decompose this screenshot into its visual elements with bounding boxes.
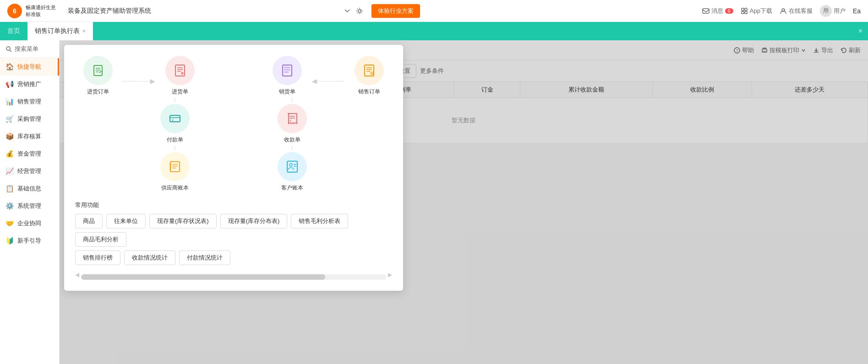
online-service-label: 在线客服: [789, 7, 813, 15]
receipt-circle: ¥: [278, 104, 307, 133]
sidebar-item-basic-info[interactable]: 📋 基础信息: [0, 180, 59, 197]
sales-order-label: 销售订单: [358, 88, 380, 96]
svg-point-7: [6, 47, 10, 50]
sidebar-item-finance-label: 资金管理: [17, 150, 41, 158]
flow-node-purchase[interactable]: 进货单: [157, 56, 203, 96]
sidebar: 搜索菜单 🏠 快捷导航 📢 营销推广 📊 销售管理 🛒 采购管理 📦 库存核算 …: [0, 40, 60, 364]
purchase-icon: 🛒: [5, 115, 14, 123]
svg-rect-41: [287, 161, 297, 172]
svg-rect-24: [284, 71, 289, 73]
tab-sales-order[interactable]: 销售订单执行表 ×: [27, 22, 93, 40]
supplier-ledger-icon: [168, 160, 182, 174]
payment-circle: ¥: [160, 104, 190, 133]
svg-point-42: [289, 163, 292, 166]
sidebar-item-marketing[interactable]: 📢 营销推广: [0, 76, 59, 93]
svg-rect-1: [703, 9, 709, 13]
func-btns-row1: 商品 往来单位 现存量(库存状况表) 现存量(库存分布表) 销售毛利分析表 商品…: [75, 214, 392, 247]
flow-node-sales-order[interactable]: 销售订单: [346, 56, 392, 96]
settings-button[interactable]: [353, 5, 366, 17]
svg-rect-13: [94, 65, 102, 76]
inventory-icon: 📦: [5, 132, 14, 141]
common-functions: 常用功能 商品 往来单位 现存量(库存状况表) 现存量(库存分布表) 销售毛利分…: [75, 201, 392, 265]
logo-icon: 6: [7, 4, 22, 18]
sidebar-item-system-label: 系统管理: [17, 202, 41, 210]
sales-circle: [273, 56, 302, 85]
overlay[interactable]: 进货订单 ▶: [60, 40, 868, 364]
sidebar-item-guide[interactable]: 🔰 新手引导: [0, 232, 59, 250]
system-name: 装备及固定资产辅助管理系统: [68, 7, 338, 15]
svg-rect-4: [742, 11, 744, 14]
sidebar-item-operations-label: 经营管理: [17, 167, 41, 175]
func-btn-stock-status[interactable]: 现存量(库存状况表): [149, 214, 217, 228]
flow-node-sales[interactable]: 销货单: [264, 56, 310, 96]
user-button[interactable]: 用 用户: [820, 5, 846, 17]
flow-diagram: 进货订单 ▶: [75, 56, 392, 192]
func-btn-sales-rank[interactable]: 销售排行榜: [75, 250, 120, 265]
sidebar-item-quick-nav-label: 快捷导航: [17, 63, 41, 71]
func-btn-payment-stats[interactable]: 付款情况统计: [179, 250, 230, 265]
supplier-ledger-circle: [160, 152, 190, 181]
system-icon: ⚙️: [5, 202, 14, 210]
sidebar-item-finance[interactable]: 💰 资金管理: [0, 145, 59, 163]
enterprise-icon: 🤝: [5, 219, 14, 228]
func-btn-sales-profit[interactable]: 销售毛利分析表: [291, 214, 348, 228]
sidebar-item-operations[interactable]: 📈 经营管理: [0, 163, 59, 180]
svg-rect-37: [169, 163, 171, 171]
flow-row-2: ¥ 付款单: [75, 104, 392, 144]
customer-ledger-label: 客户账本: [281, 184, 303, 192]
svg-rect-23: [284, 69, 290, 71]
sidebar-item-inventory[interactable]: 📦 库存核算: [0, 128, 59, 145]
extra-label: Ea: [853, 7, 861, 15]
purchase-order-circle: [83, 56, 113, 85]
experience-button[interactable]: 体验行业方案: [371, 4, 420, 18]
avatar: 用: [820, 5, 832, 17]
search-menu-button[interactable]: 搜索菜单: [0, 40, 59, 58]
scroll-left-icon[interactable]: ◀: [75, 272, 79, 278]
sidebar-item-system[interactable]: ⚙️ 系统管理: [0, 197, 59, 215]
flow-node-customer-ledger[interactable]: 客户账本: [269, 152, 315, 192]
tab-sales-order-label: 销售订单执行表: [35, 27, 80, 35]
popup-scrollbar[interactable]: [81, 274, 386, 280]
func-btn-stock-dist[interactable]: 现存量(库存分布表): [220, 214, 288, 228]
logo-text: 畅康通好生意 标准版: [26, 4, 56, 17]
payment-icon: ¥: [168, 112, 182, 125]
sidebar-item-purchase-label: 采购管理: [17, 115, 41, 123]
func-btn-product-profit[interactable]: 商品毛利分析: [75, 232, 126, 247]
func-btn-receipt-stats[interactable]: 收款情况统计: [124, 250, 175, 265]
sidebar-item-marketing-label: 营销推广: [17, 80, 41, 88]
dropdown-icon[interactable]: [344, 8, 350, 14]
flow-node-purchase-order[interactable]: 进货订单: [75, 56, 121, 96]
search-menu-label: 搜索菜单: [15, 45, 38, 53]
operations-icon: 📈: [5, 167, 14, 175]
close-all-tabs-button[interactable]: ×: [858, 27, 863, 35]
online-service-button[interactable]: 在线客服: [780, 7, 813, 15]
sidebar-item-quick-nav[interactable]: 🏠 快捷导航: [0, 58, 59, 76]
popup-scrollbar-area: ◀ ▶: [75, 270, 392, 280]
flow-node-payment[interactable]: ¥ 付款单: [152, 104, 198, 144]
flow-node-receipt[interactable]: ¥ 收款单: [269, 104, 315, 144]
tab-home[interactable]: 首页: [0, 22, 27, 40]
tab-close-icon[interactable]: ×: [82, 28, 86, 34]
flow-node-supplier-ledger[interactable]: 供应商账本: [152, 152, 198, 192]
main-layout: 搜索菜单 🏠 快捷导航 📢 营销推广 📊 销售管理 🛒 采购管理 📦 库存核算 …: [0, 40, 868, 364]
sidebar-item-purchase[interactable]: 🛒 采购管理: [0, 110, 59, 128]
service-icon: [780, 7, 787, 15]
func-btn-product[interactable]: 商品: [75, 214, 103, 228]
sidebar-item-enterprise-label: 企业协同: [17, 219, 41, 228]
sidebar-item-sales-label: 销售管理: [17, 98, 41, 106]
func-btn-counterpart[interactable]: 往来单位: [106, 214, 146, 228]
app-download-button[interactable]: App下载: [741, 7, 772, 15]
sidebar-item-enterprise[interactable]: 🤝 企业协同: [0, 215, 59, 232]
message-badge: 6: [725, 8, 733, 14]
sales-icon: 📊: [5, 98, 14, 106]
svg-point-29: [370, 71, 374, 75]
svg-text:¥: ¥: [289, 119, 291, 122]
sidebar-item-inventory-label: 库存核算: [17, 132, 41, 141]
message-button[interactable]: 消息 6: [702, 7, 733, 15]
scroll-right-icon[interactable]: ▶: [388, 272, 392, 278]
app-icon: [741, 7, 748, 15]
customer-ledger-icon: [285, 160, 299, 174]
tab-home-label: 首页: [7, 27, 20, 35]
sidebar-item-sales[interactable]: 📊 销售管理: [0, 93, 59, 110]
flow-row-1: 进货订单 ▶: [75, 56, 392, 96]
